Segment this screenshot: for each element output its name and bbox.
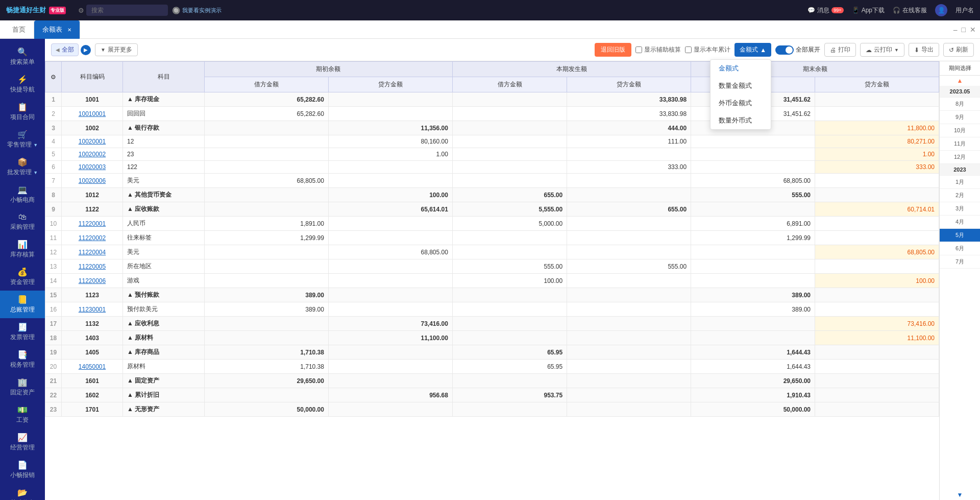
sidebar-item-tax[interactable]: 📑 税务管理: [0, 346, 45, 373]
sidebar-item-retail[interactable]: 🛒 零售管理 ▼: [0, 126, 45, 153]
table-row: 17 1132 ▲ 应收利息 73,416.00 73,416.00: [45, 317, 939, 331]
toggle-btn[interactable]: [775, 45, 794, 55]
ob-credit: [328, 360, 452, 374]
sidebar-item-report[interactable]: 📄 小畅报销: [0, 456, 45, 484]
curr-credit: [567, 331, 691, 345]
account-code[interactable]: 14050001: [62, 360, 123, 374]
date-month-1[interactable]: 1月: [940, 176, 980, 189]
date-month-4[interactable]: 4月: [940, 216, 980, 229]
expand-more-btn[interactable]: ▼ 展开更多: [95, 43, 138, 56]
date-month-10[interactable]: 10月: [940, 124, 980, 137]
account-code[interactable]: 10020002: [62, 148, 123, 161]
row-num: 6: [45, 161, 62, 174]
show-ytd-checkbox[interactable]: [685, 46, 692, 53]
sidebar-item-ecommerce[interactable]: 💻 小畅电商: [0, 181, 45, 208]
service-btn[interactable]: 🎧 在线客服: [893, 6, 927, 15]
show-aux-checkbox[interactable]: [635, 46, 642, 53]
date-year-2023-start[interactable]: 2023.05: [940, 86, 980, 98]
account-code[interactable]: 11220002: [62, 231, 123, 245]
account-name: 回回回: [123, 107, 205, 121]
account-code[interactable]: 11220001: [62, 217, 123, 231]
export-btn[interactable]: ⬇ 导出: [909, 43, 939, 57]
sidebar-item-invoice[interactable]: 🧾 发票管理: [0, 318, 45, 346]
download-btn[interactable]: 📱 App下载: [852, 6, 885, 15]
tab-close-btn[interactable]: ✕: [67, 27, 71, 33]
account-name: ▲ 其他货币资金: [123, 188, 205, 202]
date-month-5-current[interactable]: 5月: [940, 229, 980, 242]
curr-credit: [567, 188, 691, 202]
style-option-qty-foreign[interactable]: 数量外币式: [710, 112, 771, 129]
date-month-6[interactable]: 6月: [940, 242, 980, 255]
style-option-foreign-amount[interactable]: 外币金额式: [710, 94, 771, 112]
date-month-11[interactable]: 11月: [940, 137, 980, 151]
goback-btn[interactable]: 退回旧版: [595, 43, 631, 57]
row-num: 7: [45, 174, 62, 188]
cloud-print-btn[interactable]: ☁ 云打印 ▼: [860, 43, 904, 57]
tab-home[interactable]: 首页: [4, 20, 34, 39]
date-nav-up[interactable]: ▲: [940, 76, 980, 86]
user-avatar[interactable]: 👤: [935, 4, 947, 16]
date-nav-down[interactable]: ▼: [940, 490, 980, 500]
date-month-3[interactable]: 3月: [940, 202, 980, 216]
ob-debit: 389.00: [205, 302, 329, 317]
breadcrumb-all-btn[interactable]: ◀ 全部: [51, 43, 79, 56]
refresh-btn[interactable]: ↺ 刷新: [943, 43, 974, 57]
sidebar-item-project[interactable]: 📋 项目合同: [0, 98, 45, 126]
tab-close-window-btn[interactable]: ✕: [970, 26, 976, 34]
sidebar-item-purchase[interactable]: 🛍 采购管理: [0, 208, 45, 235]
sidebar-item-basic[interactable]: 📂 基础信息: [0, 484, 45, 500]
tab-maximize-btn[interactable]: □: [962, 26, 966, 34]
account-code[interactable]: 11220005: [62, 259, 123, 274]
sidebar-item-assets[interactable]: 🏢 固定资产: [0, 373, 45, 401]
sidebar-item-search[interactable]: 🔍 搜索菜单: [0, 43, 45, 70]
demo-text[interactable]: 我要看实例演示: [182, 7, 222, 14]
breadcrumb-nav: ◀ 全部 ▶: [51, 43, 91, 56]
style-btn[interactable]: 金额式 ▲: [734, 43, 771, 57]
date-month-7[interactable]: 7月: [940, 255, 980, 269]
row-num: 20: [45, 360, 62, 374]
chevron-up-icon: ▲: [760, 46, 766, 54]
curr-credit: [567, 245, 691, 259]
tab-minimize-btn[interactable]: –: [953, 26, 958, 34]
message-btn[interactable]: 💬 消息 99+: [807, 6, 843, 15]
top-search-input[interactable]: [86, 5, 168, 16]
sidebar-item-inventory[interactable]: 📊 库存核算: [0, 235, 45, 263]
ob-credit: 65,614.01: [328, 202, 452, 217]
sidebar-item-quicknav[interactable]: ⚡ 快捷导航: [0, 70, 45, 98]
print-btn[interactable]: 🖨 打印: [824, 43, 856, 57]
date-month-2[interactable]: 2月: [940, 189, 980, 202]
sidebar-item-general[interactable]: 📒 总账管理: [0, 291, 45, 318]
date-month-12[interactable]: 12月: [940, 151, 980, 164]
sidebar-item-salary[interactable]: 💵 工资: [0, 401, 45, 428]
sidebar-item-wholesale[interactable]: 📦 批发管理 ▼: [0, 153, 45, 181]
account-code[interactable]: 11220006: [62, 274, 123, 288]
style-option-qty-amount[interactable]: 数量金额式: [710, 77, 771, 94]
account-code[interactable]: 11220004: [62, 245, 123, 259]
date-month-8[interactable]: 8月: [940, 98, 980, 111]
cb-debit: [691, 202, 815, 217]
cb-debit: 389.00: [691, 302, 815, 317]
account-code[interactable]: 10020006: [62, 174, 123, 188]
sidebar-item-business[interactable]: 📈 经营管理: [0, 428, 45, 456]
show-ytd-label[interactable]: 显示本年累计: [685, 45, 730, 54]
account-name: 美元: [123, 174, 205, 188]
tab-balance[interactable]: 余额表 ✕: [34, 20, 80, 39]
account-code[interactable]: 10020003: [62, 161, 123, 174]
settings-col-header[interactable]: ⚙: [45, 62, 62, 92]
account-code[interactable]: 10020001: [62, 135, 123, 148]
style-option-amount[interactable]: 金额式: [710, 60, 771, 77]
row-num: 8: [45, 188, 62, 202]
cb-credit-header: 贷方金额: [815, 77, 939, 92]
curr-debit: 655.00: [452, 188, 567, 202]
date-month-9[interactable]: 9月: [940, 111, 980, 124]
show-aux-label[interactable]: 显示辅助核算: [635, 45, 681, 54]
account-code[interactable]: 10010001: [62, 107, 123, 121]
account-code[interactable]: 11230001: [62, 302, 123, 317]
date-year-2023[interactable]: 2023: [940, 164, 980, 176]
sidebar-item-capital[interactable]: 💰 资金管理: [0, 263, 45, 291]
breadcrumb-next-btn[interactable]: ▶: [81, 45, 91, 55]
row-num: 22: [45, 388, 62, 402]
table-container: ⚙ 科目编码 科目 期初余额 本期发生额 期末余额 借方金额 贷方金额 借方金额…: [45, 61, 939, 500]
salary-icon: 💵: [2, 405, 43, 415]
account-name: ▲ 库存现金: [123, 92, 205, 107]
